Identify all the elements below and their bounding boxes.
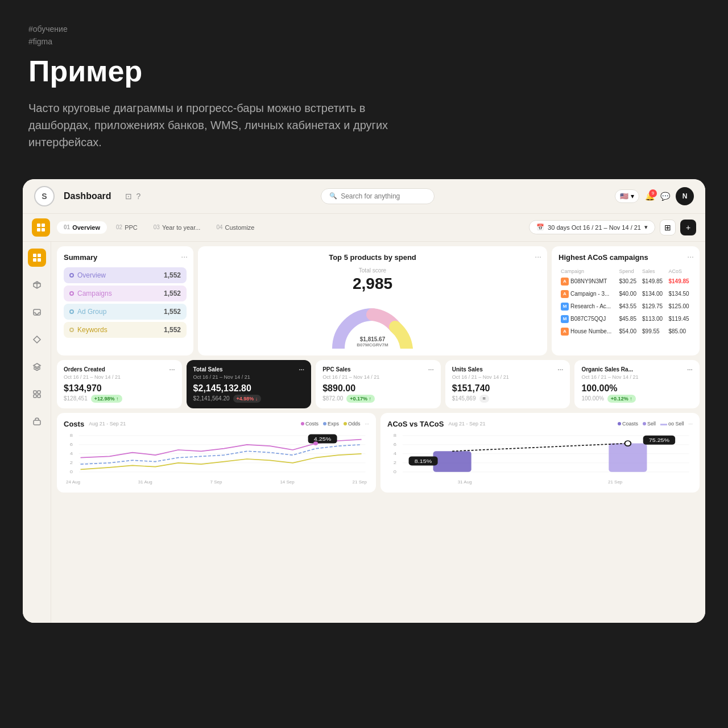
svg-text:4.25%: 4.25% (314, 436, 332, 442)
stat-date: Oct 16 / 21 – Nov 14 / 21 (193, 374, 305, 380)
svg-rect-38 (433, 451, 471, 472)
message-icon[interactable]: 💬 (660, 192, 670, 201)
acos-chart-menu[interactable]: ··· (688, 421, 693, 427)
svg-rect-2 (37, 228, 40, 231)
avatar[interactable]: N (676, 187, 694, 205)
notif-badge: 9 (649, 189, 657, 197)
summary-item-keywords[interactable]: Keywords 1,552 (64, 322, 187, 338)
svg-rect-12 (38, 395, 40, 398)
col-sales: Sales (640, 267, 666, 275)
sidebar-item-tag[interactable] (28, 330, 46, 349)
sidebar-item-bag[interactable] (28, 412, 46, 431)
db-logo: S (34, 186, 55, 206)
acos-table-row[interactable]: AB08NY9N3MT $30.25 $149.85 $149.85 (559, 275, 693, 288)
svg-rect-4 (33, 254, 36, 257)
sidebar-item-dashboard[interactable] (28, 249, 46, 267)
tab-year-to-year[interactable]: 03 Year to year... (147, 221, 208, 234)
stat-card: Organic Sales Ra... ··· Oct 16 / 21 – No… (574, 360, 700, 408)
stat-menu[interactable]: ··· (687, 366, 693, 374)
monitor-icon[interactable]: ⊡ (125, 192, 132, 201)
sidebar-item-layers[interactable] (28, 358, 46, 376)
stat-date: Oct 16 / 21 – Nov 14 / 21 (64, 374, 175, 380)
stat-badge: = (479, 395, 489, 403)
stat-label: Total Sales ··· (193, 366, 305, 374)
stats-row: Orders Created ··· Oct 16 / 21 – Nov 14 … (51, 360, 705, 413)
sidebar-item-cube[interactable] (28, 276, 46, 294)
nav-tabs: 01 Overview 02 PPC 03 Year to year... 04… (23, 214, 705, 242)
svg-rect-1 (42, 224, 45, 227)
tab-overview[interactable]: 01 Overview (57, 221, 107, 234)
db-title: Dashboard (64, 191, 111, 201)
calendar-icon: 📅 (536, 224, 544, 231)
svg-text:4: 4 (394, 451, 396, 456)
summary-card: Summary ··· Overview 1,552 (57, 246, 193, 355)
costs-chart-svg: 8 6 4 2 0 (64, 432, 369, 477)
nav-dashboard-icon (32, 218, 50, 237)
add-button[interactable]: + (680, 220, 696, 235)
svg-text:0: 0 (394, 469, 396, 474)
tab-customize[interactable]: 04 Customize (209, 221, 261, 234)
svg-rect-10 (38, 391, 40, 394)
keywords-label: Keywords (69, 326, 107, 334)
svg-text:6: 6 (394, 442, 396, 447)
notification-icon[interactable]: 🔔 9 (645, 192, 655, 201)
svg-text:2: 2 (70, 460, 73, 465)
stat-menu[interactable]: ··· (299, 366, 304, 374)
summary-item-overview[interactable]: Overview 1,552 (64, 267, 187, 283)
adgroup-label: Ad Group (69, 308, 106, 316)
acos-menu[interactable]: ··· (687, 252, 694, 261)
costs-chart-header: Costs Aug 21 - Sep 21 Costs Exps Odds ··… (64, 420, 369, 428)
adgroup-dot (69, 309, 74, 314)
svg-point-41 (625, 441, 631, 446)
flag-button[interactable]: 🇺🇸 ▾ (615, 189, 639, 203)
acos-table-row[interactable]: ACampaign - 3... $40.00 $134.00 $134.50 (559, 288, 693, 300)
donut-chart: $1,815.67 B07MCGRV7M (327, 297, 418, 349)
search-bar[interactable]: 🔍 (321, 188, 435, 204)
acos-table-row[interactable]: MResearch - Ac... $43.55 $129.75 $125.00 (559, 300, 693, 313)
tab-ppc[interactable]: 02 PPC (109, 221, 144, 234)
help-icon[interactable]: ? (136, 192, 141, 201)
top5-menu[interactable]: ··· (535, 252, 541, 261)
svg-rect-9 (34, 391, 36, 394)
svg-rect-7 (38, 258, 41, 262)
date-range-picker[interactable]: 📅 30 days Oct 16 / 21 – Nov 14 / 21 ▾ (529, 220, 655, 234)
svg-rect-3 (42, 228, 45, 231)
page-wrapper: #обучение#figma Пример Часто круговые ди… (0, 0, 728, 728)
stat-prev: $2,141,564.20 (193, 395, 230, 402)
overview-dot (69, 273, 74, 278)
top-cards-row: Summary ··· Overview 1,552 (51, 242, 705, 360)
acos-table-row[interactable]: AHouse Numbe... $54.00 $99.55 $85.00 (559, 325, 693, 338)
top5-title: Top 5 products by spend (205, 253, 540, 262)
summary-item-campaigns[interactable]: Campaigns 1,552 (64, 286, 187, 301)
stat-value: $134,970 (64, 383, 175, 394)
intro-section: #обучение#figma Пример Часто круговые ди… (0, 0, 728, 168)
sidebar-item-inbox[interactable] (28, 303, 46, 321)
export-button[interactable]: ⊞ (660, 220, 676, 235)
sidebar (23, 242, 51, 623)
costs-legend: Costs Exps Odds ··· (301, 421, 369, 427)
summary-menu[interactable]: ··· (181, 252, 188, 261)
top5-subtitle: Total score (205, 267, 540, 274)
acos-legend: Coasts Sell oo Sell ··· (618, 421, 693, 427)
stat-badge: +0.12% ↑ (607, 395, 636, 403)
stat-menu[interactable]: ··· (557, 366, 563, 374)
stat-menu[interactable]: ··· (428, 366, 434, 374)
acos-card: Highest ACoS campaigns ··· Campaign Spen… (552, 246, 700, 355)
campaigns-dot (69, 291, 74, 296)
svg-rect-5 (38, 254, 41, 257)
svg-text:8: 8 (394, 433, 396, 438)
costs-x-labels: 24 Aug 31 Aug 7 Sep 14 Sep 21 Sep (64, 479, 369, 485)
search-input[interactable] (341, 192, 409, 200)
svg-text:8: 8 (70, 433, 73, 438)
stat-label: PPC Sales ··· (322, 366, 434, 374)
export-icon: ⊞ (664, 223, 671, 232)
chart-menu[interactable]: ··· (365, 421, 369, 427)
stat-badge: +12.98% ↑ (91, 395, 122, 403)
charts-row: Costs Aug 21 - Sep 21 Costs Exps Odds ··… (51, 413, 705, 497)
stat-menu[interactable]: ··· (169, 366, 175, 374)
summary-item-adgroup[interactable]: Ad Group 1,552 (64, 304, 187, 320)
acos-table-row[interactable]: MB087C75QQJ $45.85 $113.00 $119.45 (559, 313, 693, 325)
chevron-down-icon: ▾ (644, 224, 648, 231)
svg-rect-11 (34, 395, 36, 398)
sidebar-item-grid[interactable] (28, 385, 46, 403)
